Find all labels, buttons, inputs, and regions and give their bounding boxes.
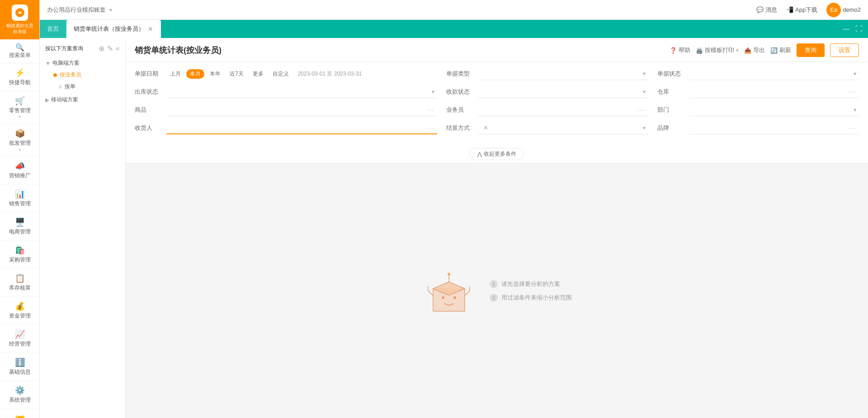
logo-sublabel: 标准版 — [13, 28, 27, 35]
help-button[interactable]: ❓ 帮助 — [670, 46, 690, 54]
top-header: 办公用品行业模拟账套 ▾ 💬 消息 📲 App下载 Ea demo2 — [40, 0, 868, 20]
scheme-order-label: 按单 — [65, 83, 75, 90]
tab-maximize-icon[interactable]: ⛶ — [855, 25, 863, 33]
wholesale-label: 批发管理 — [9, 139, 31, 147]
operation-icon: 📈 — [15, 329, 25, 339]
right-main: 销货单统计表(按业务员) ❓ 帮助 🖨️ 按模板打印 ▾ 📤 — [126, 38, 868, 418]
pc-scheme-header[interactable]: ▼ 电脑端方案 — [40, 57, 125, 69]
hint-item-1: 1 请先选择要分析的方案 — [490, 280, 572, 288]
sidebar-item-operation[interactable]: 📈 经营管理 — [0, 325, 39, 353]
sidebar-item-basic[interactable]: ℹ️ 基础信息 — [0, 353, 39, 381]
sidebar-item-retail[interactable]: 🛒 零售管理 ▼ — [0, 91, 39, 124]
sidebar-item-system[interactable]: ⚙️ 系统管理 — [0, 381, 39, 409]
date-label: 单据日期 — [135, 70, 166, 78]
sidebar-item-shortcut[interactable]: ⚡ 快捷导航 — [0, 63, 39, 91]
payment-field[interactable]: ✕ ▾ — [478, 122, 648, 134]
sidebar-item-inventory[interactable]: 📋 库存核算 — [0, 269, 39, 297]
date-more[interactable]: 更多 — [249, 69, 267, 79]
ecom-label: 电商管理 — [9, 228, 31, 236]
sidebar-item-finance[interactable]: 💰 资金管理 — [0, 297, 39, 325]
avatar-label: Ea — [830, 6, 837, 13]
filter-row-1: 单据日期 上月 本月 本年 近7天 更多 自定义 2023-03-01 至 20… — [135, 67, 859, 80]
dept-label: 部门 — [657, 106, 689, 114]
sidebar-item-wholesale[interactable]: 📦 批发管理 ▲ — [0, 124, 39, 157]
app-download-icon: 📲 — [786, 6, 793, 13]
date-prev-month[interactable]: 上月 — [166, 69, 184, 79]
sidebar-item-purchase[interactable]: 🛍️ 采购管理 — [0, 241, 39, 269]
scheme-item-salesman[interactable]: 按业务员 — [40, 69, 125, 81]
main-area: 办公用品行业模拟账套 ▾ 💬 消息 📲 App下载 Ea demo2 首页 — [40, 0, 868, 418]
sidebar-item-sales[interactable]: 📊 销售管理 — [0, 185, 39, 213]
sidebar-item-corp[interactable]: 🤝 企业协同 — [0, 409, 39, 418]
sidebar: 畅捷通好生意 标准版 🔍 搜索菜单 ⚡ 快捷导航 🛒 零售管理 ▼ 📦 批发管理… — [0, 0, 40, 418]
page-title-row: 销货单统计表(按业务员) ❓ 帮助 🖨️ 按模板打印 ▾ 📤 — [135, 43, 859, 62]
left-panel: 按以下方案查询 ⊕ ✎ « ▼ 电脑端方案 按业务员 ≡ 按单 — [40, 38, 126, 418]
doc-status-field[interactable]: ▾ — [689, 67, 859, 80]
out-status-field[interactable]: ▾ — [166, 86, 437, 98]
marketing-icon: 📣 — [15, 161, 25, 171]
filter-row-3: 商品 ··· 业务员 ··· 部门 — [135, 104, 859, 116]
search-menu-label: 搜索菜单 — [3, 52, 37, 59]
purchase-label: 采购管理 — [9, 256, 31, 264]
app-download-action[interactable]: 📲 App下载 — [786, 6, 817, 14]
finance-icon: 💰 — [15, 301, 25, 311]
collapse-button[interactable]: ⋀ 收起更多条件 — [470, 148, 524, 160]
mobile-scheme-group[interactable]: ▶ 移动端方案 — [40, 94, 125, 105]
salesman-field[interactable]: ··· — [478, 104, 648, 116]
brand-dots-icon: ··· — [849, 124, 856, 131]
refresh-button[interactable]: 🔄 刷新 — [770, 46, 791, 54]
date-cur-year[interactable]: 本年 — [206, 69, 224, 79]
doc-type-field[interactable]: ▾ — [478, 67, 648, 80]
payment-clear-icon[interactable]: ✕ — [483, 124, 488, 131]
date-7days[interactable]: 近7天 — [226, 69, 247, 79]
scheme-salesman-label: 按业务员 — [60, 71, 81, 79]
date-custom[interactable]: 自定义 — [269, 69, 292, 79]
content-area: 按以下方案查询 ⊕ ✎ « ▼ 电脑端方案 按业务员 ≡ 按单 — [40, 38, 868, 418]
inventory-icon: 📋 — [15, 273, 25, 283]
brand-field[interactable]: ··· — [689, 122, 859, 134]
settings-button[interactable]: 设置 — [830, 43, 859, 57]
date-range-text: 2023-03-01 至 2023-03-31 — [298, 70, 362, 78]
sidebar-item-ecom[interactable]: 🖥️ 电商管理 — [0, 213, 39, 241]
warehouse-field[interactable]: ··· — [689, 86, 859, 98]
collect-chevron-icon: ▾ — [643, 89, 646, 95]
page-header: 销货单统计表(按业务员) ❓ 帮助 🖨️ 按模板打印 ▾ 📤 — [126, 38, 868, 62]
collapse-panel-icon[interactable]: « — [116, 44, 120, 53]
receiver-field[interactable]: ··· — [166, 122, 437, 134]
shortcut-icon: ⚡ — [15, 68, 25, 78]
scheme-item-order[interactable]: ≡ 按单 — [40, 81, 125, 92]
query-button[interactable]: 查询 — [797, 43, 825, 57]
doc-status-label: 单据状态 — [657, 70, 689, 78]
hint-item-2: 2 用过滤条件来缩小分析范围 — [490, 294, 572, 302]
tab-close-icon[interactable]: ✕ — [148, 25, 153, 33]
template-print-button[interactable]: 🖨️ 按模板打印 ▾ — [696, 46, 739, 54]
basic-icon: ℹ️ — [15, 357, 25, 367]
date-cur-month[interactable]: 本月 — [186, 69, 204, 79]
collect-status-field[interactable]: ▾ — [478, 86, 648, 98]
goods-field[interactable]: ··· — [166, 104, 437, 116]
export-button[interactable]: 📤 导出 — [744, 46, 765, 54]
user-action[interactable]: Ea demo2 — [826, 3, 861, 17]
collapse-up-icon: ⋀ — [477, 151, 482, 157]
mobile-arrow-icon: ▶ — [45, 97, 49, 103]
message-action[interactable]: 💬 消息 — [756, 6, 777, 14]
payment-label: 结算方式 — [446, 124, 478, 132]
hint-text-2: 用过滤条件来缩小分析范围 — [501, 294, 572, 302]
search-menu-item[interactable]: 🔍 搜索菜单 — [0, 39, 39, 63]
sidebar-logo[interactable]: 畅捷通好生意 标准版 — [0, 0, 39, 39]
tab-minimize-icon[interactable]: — — [843, 25, 850, 33]
edit-scheme-icon[interactable]: ✎ — [107, 44, 113, 53]
add-scheme-icon[interactable]: ⊕ — [99, 44, 104, 53]
filter-row-2: 出库状态 ▾ 收款状态 ▾ 仓库 — [135, 86, 859, 98]
basic-label: 基础信息 — [9, 368, 31, 376]
system-icon: ⚙️ — [15, 385, 25, 395]
collect-status-label: 收款状态 — [446, 88, 478, 96]
sidebar-item-marketing[interactable]: 📣 营销推广 — [0, 157, 39, 185]
dept-field[interactable]: ▾ — [689, 104, 859, 116]
receiver-dots-icon: ··· — [427, 124, 435, 131]
tab-bar: 首页 销货单统计表（按业务员） ✕ — ⛶ — [40, 20, 868, 38]
corp-icon: 🤝 — [15, 413, 25, 418]
tab-sales-stat[interactable]: 销货单统计表（按业务员） ✕ — [66, 20, 161, 38]
tab-home[interactable]: 首页 — [40, 20, 66, 38]
out-status-label: 出库状态 — [135, 88, 166, 96]
